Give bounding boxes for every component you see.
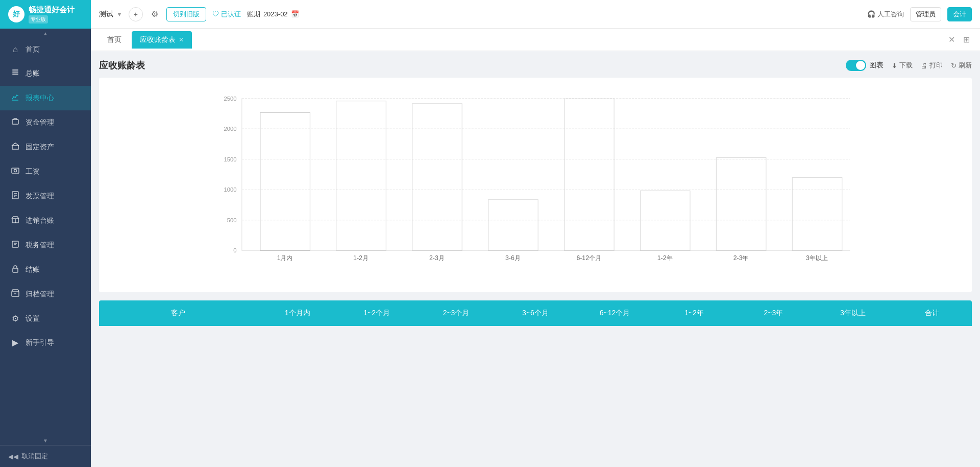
cancel-pin-btn[interactable]: ◀◀ 取消固定 bbox=[0, 445, 91, 467]
assets-icon bbox=[10, 142, 20, 152]
col-total: 合计 bbox=[893, 309, 972, 318]
tax-icon bbox=[10, 240, 20, 250]
refresh-btn[interactable]: ↻ 刷新 bbox=[951, 61, 972, 70]
sidebar-item-label: 设置 bbox=[26, 314, 40, 323]
app-name: 畅捷通好会计 bbox=[29, 5, 75, 14]
svg-rect-47 bbox=[716, 158, 766, 251]
settings-gear-icon[interactable]: ⚙ bbox=[149, 7, 160, 21]
sidebar-item-ledger[interactable]: 总账 bbox=[0, 61, 91, 86]
period-display: 账期 2023-02 📅 bbox=[247, 10, 299, 19]
svg-text:3-6月: 3-6月 bbox=[505, 254, 521, 262]
logo-icon: 好 bbox=[8, 6, 24, 22]
content-area: 应收账龄表 图表 ⬇ 下载 🖨 打印 ↻ 刷新 bbox=[91, 51, 980, 467]
scroll-down-arrow[interactable]: ▼ bbox=[0, 436, 91, 445]
chart-container: 0 500 1000 1500 2000 2500 bbox=[99, 78, 972, 292]
page-header: 应收账龄表 图表 ⬇ 下载 🖨 打印 ↻ 刷新 bbox=[99, 59, 972, 72]
project-selector[interactable]: 测试 ▼ bbox=[99, 10, 122, 19]
headset-icon: 🎧 bbox=[867, 10, 875, 18]
svg-rect-35 bbox=[260, 112, 310, 250]
chart-wrapper: 0 500 1000 1500 2000 2500 bbox=[109, 88, 962, 282]
sidebar-item-archive[interactable]: 归档管理 bbox=[0, 282, 91, 307]
sidebar-item-label: 总账 bbox=[26, 69, 40, 78]
col-2-3y: 2~3年 bbox=[734, 309, 813, 318]
sidebar-item-guide[interactable]: ▶ 新手引导 bbox=[0, 331, 91, 355]
svg-rect-41 bbox=[488, 200, 538, 251]
svg-text:1000: 1000 bbox=[224, 186, 236, 193]
manager-role-btn[interactable]: 管理员 bbox=[910, 7, 941, 21]
sidebar-item-settings[interactable]: ⚙ 设置 bbox=[0, 307, 91, 331]
accountant-role-btn[interactable]: 会计 bbox=[947, 7, 972, 21]
tab-aging-report[interactable]: 应收账龄表 ✕ bbox=[132, 31, 192, 49]
table-header: 客户 1个月内 1~2个月 2~3个月 3~6个月 6~12个月 1~2年 2~… bbox=[99, 300, 972, 326]
chart-toggle[interactable]: 图表 bbox=[846, 60, 884, 71]
svg-text:2-3年: 2-3年 bbox=[733, 254, 749, 262]
switch-old-version-btn[interactable]: 切到旧版 bbox=[166, 7, 206, 21]
sidebar-item-tax[interactable]: 税务管理 bbox=[0, 233, 91, 258]
guide-icon: ▶ bbox=[10, 338, 20, 347]
svg-rect-3 bbox=[12, 120, 18, 124]
expand-btn[interactable]: ⊞ bbox=[961, 33, 972, 46]
refresh-label: 刷新 bbox=[959, 61, 972, 70]
cancel-pin-label: 取消固定 bbox=[21, 452, 48, 461]
tab-home[interactable]: 首页 bbox=[99, 31, 130, 49]
sidebar-item-wages[interactable]: 工资 bbox=[0, 159, 91, 184]
add-button[interactable]: + bbox=[129, 7, 143, 21]
svg-rect-0 bbox=[12, 69, 18, 71]
scroll-up-arrow[interactable]: ▲ bbox=[0, 29, 91, 38]
edition-badge: 专业版 bbox=[29, 15, 48, 24]
col-customer: 客户 bbox=[99, 309, 258, 318]
col-1-2m: 1~2个月 bbox=[337, 309, 416, 318]
close-panel-btn[interactable]: ✕ bbox=[946, 33, 957, 46]
tab-aging-label: 应收账龄表 bbox=[140, 35, 176, 44]
logo-text-area: 畅捷通好会计 专业版 bbox=[29, 5, 75, 24]
col-6-12m: 6~12个月 bbox=[575, 309, 654, 318]
svg-text:500: 500 bbox=[227, 217, 237, 223]
reports-icon bbox=[10, 93, 20, 103]
svg-rect-49 bbox=[792, 178, 842, 251]
svg-text:1-2年: 1-2年 bbox=[657, 254, 673, 262]
inventory-icon bbox=[10, 216, 20, 226]
svg-rect-13 bbox=[12, 241, 18, 247]
col-2-3m: 2~3个月 bbox=[416, 309, 496, 318]
sidebar-item-inventory[interactable]: 进销台账 bbox=[0, 208, 91, 233]
support-btn[interactable]: 🎧 人工咨询 bbox=[867, 10, 904, 19]
sidebar-item-label: 发票管理 bbox=[26, 192, 54, 201]
sidebar-item-reports[interactable]: 报表中心 bbox=[0, 86, 91, 110]
sidebar-item-label: 税务管理 bbox=[26, 241, 54, 250]
svg-point-6 bbox=[14, 170, 17, 172]
svg-text:2500: 2500 bbox=[224, 96, 236, 102]
sidebar-item-label: 首页 bbox=[26, 45, 40, 54]
sidebar-item-label: 进销台账 bbox=[26, 216, 54, 225]
tabs-bar: 首页 应收账龄表 ✕ ✕ ⊞ bbox=[91, 29, 980, 51]
sidebar-item-home[interactable]: ⌂ 首页 bbox=[0, 38, 91, 61]
bar-1月内: 1月内 bbox=[260, 112, 310, 262]
sidebar-item-label: 工资 bbox=[26, 167, 40, 176]
sidebar-item-assets[interactable]: 固定资产 bbox=[0, 135, 91, 159]
shield-icon: 🛡 bbox=[212, 10, 219, 18]
sidebar: 好 畅捷通好会计 专业版 ▲ ⌂ 首页 总账 报表中心 资金管理 bbox=[0, 0, 91, 467]
download-label: 下载 bbox=[899, 61, 913, 70]
verified-label: 已认证 bbox=[221, 10, 241, 19]
svg-text:2000: 2000 bbox=[224, 126, 236, 132]
bar-chart: 0 500 1000 1500 2000 2500 bbox=[109, 88, 962, 282]
invoices-icon bbox=[10, 191, 20, 201]
svg-text:3年以上: 3年以上 bbox=[806, 254, 828, 262]
sidebar-item-closing[interactable]: 结账 bbox=[0, 258, 91, 282]
print-btn[interactable]: 🖨 打印 bbox=[921, 61, 943, 70]
verified-status: 🛡 已认证 bbox=[212, 10, 241, 19]
download-btn[interactable]: ⬇ 下载 bbox=[892, 61, 913, 70]
svg-rect-37 bbox=[336, 101, 386, 251]
support-label: 人工咨询 bbox=[877, 10, 904, 19]
toggle-track[interactable] bbox=[846, 60, 866, 71]
sidebar-item-label: 结账 bbox=[26, 265, 40, 274]
sidebar-item-invoices[interactable]: 发票管理 bbox=[0, 184, 91, 208]
main-area: 测试 ▼ + ⚙ 切到旧版 🛡 已认证 账期 2023-02 📅 🎧 人工咨询 … bbox=[91, 0, 980, 467]
col-1m: 1个月内 bbox=[258, 309, 337, 318]
svg-rect-4 bbox=[12, 146, 18, 149]
svg-text:2-3月: 2-3月 bbox=[429, 254, 445, 262]
tab-close-icon[interactable]: ✕ bbox=[179, 36, 184, 43]
sidebar-item-funds[interactable]: 资金管理 bbox=[0, 110, 91, 135]
print-label: 打印 bbox=[929, 61, 943, 70]
home-icon: ⌂ bbox=[10, 45, 20, 54]
refresh-icon: ↻ bbox=[951, 62, 957, 69]
